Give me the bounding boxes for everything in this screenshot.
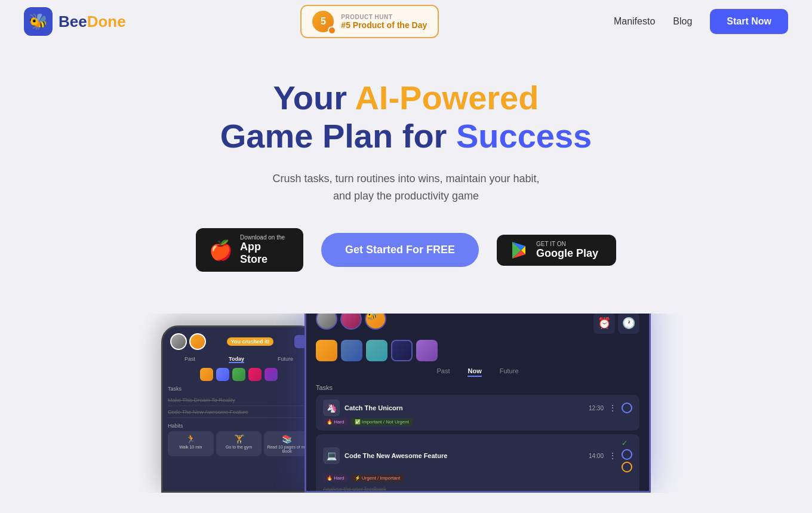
tag-urgent-2: ⚡ Urgent / Important [351,474,404,482]
hero-section: Your AI-Powered Game Plan for Success Cr… [0,43,812,302]
hero-title-line2: Game Plan for Success [12,117,800,155]
avatar-left-1 [170,333,187,350]
logo: 🐝 BeeDone [24,7,126,36]
phone-nav-left: Past Today Future [163,354,315,365]
badge-icon-5 [264,368,278,381]
habit-icon-3: 📚 [267,434,307,444]
habit-card-2: 🏋️ Go to the gym [216,431,262,456]
task-card-1-tags: 🔥 Hard ✅ Important / Not Urgent [323,418,632,426]
product-hunt-badge[interactable]: 5 PRODUCT HUNT #5 Product of the Day [300,5,439,38]
task-row-1: Make This Dream To Reality ✓ [168,394,310,406]
phone-mockup-right: 🐝 Routines ⏰ 🕐 Past Now Future Tasks [304,314,651,493]
avatar-right-1 [316,314,337,330]
tag-hard-1: 🔥 Hard [323,418,348,426]
habit-card-1: 🏃 Walk 10 min [168,431,214,456]
logo-icon: 🐝 [24,7,53,36]
routine-icon-2: 🕐 [618,314,639,334]
hero-title-line1: Your AI-Powered [12,79,800,117]
badge-right-1 [316,340,337,361]
task-card-2-header: 💻 Code The New Awesome Feature 14:00 ⋮ ✓ [323,439,632,472]
cta-row: 🍎 Download on the App Store Get Started … [12,228,800,272]
badge-right-2 [341,340,362,361]
app-store-button[interactable]: 🍎 Download on the App Store [196,228,303,272]
habit-icon-1: 🏃 [171,434,211,444]
routines-section-right: Routines ⏰ 🕐 [593,314,639,334]
badge-icon-3 [232,368,245,381]
task-card-1-dots: ⋮ [608,403,617,413]
routines-icons: ⏰ 🕐 [593,314,639,334]
task-card-2-dots: ⋮ [608,451,617,460]
habit-icon-2: 🏋️ [219,434,259,444]
task-status-2b [622,462,632,472]
logo-text: BeeDone [59,13,126,31]
badge-icons-right [306,337,649,364]
avatar-right-2 [340,314,362,330]
hero-subtitle: Crush tasks, turn routines into wins, ma… [12,170,800,205]
tag-important-1: ✅ Important / Not Urgent [351,418,413,426]
badge-icon-4 [248,368,262,381]
subtask-1: Analyse the user feedback [323,485,632,493]
badge-right-3 [366,340,387,361]
phone-header-right: 🐝 Routines ⏰ 🕐 [306,314,649,337]
nav-manifesto[interactable]: Manifesto [614,16,655,27]
start-now-button[interactable]: Start Now [710,9,788,34]
app-store-text: Download on the App Store [240,234,290,266]
get-started-button[interactable]: Get Started For FREE [321,233,479,267]
google-play-icon [510,241,529,260]
ph-medal-icon [328,26,336,35]
phone-avatars-right: 🐝 [316,314,386,330]
task-card-2-tags: 🔥 Hard ⚡ Urgent / Important [323,474,632,482]
badge-right-shield [391,340,413,361]
routine-icon-1: ⏰ [593,314,615,334]
task-status-1 [622,403,632,413]
task-card-2-icon: 💻 [323,447,340,464]
habit-card-3: 📚 Read 10 pages of my Book [264,431,310,456]
task-card-1: 🦄 Catch The Unicorn 12:30 ⋮ 🔥 Hard ✅ Imp… [316,395,639,431]
product-hunt-rank: 5 [312,11,334,32]
google-play-text: GET IT ON Google Play [536,241,598,260]
task-card-1-icon: 🦄 [323,400,340,416]
product-hunt-text: PRODUCT HUNT #5 Product of the Day [341,14,427,30]
phone-header-left: You crushed it! [163,327,315,354]
tag-hard-2: 🔥 Hard [323,474,348,482]
main-nav: Manifesto Blog Start Now [614,9,788,34]
phone-nav-right: Past Now Future [306,364,649,380]
hero-title: Your AI-Powered Game Plan for Success [12,79,800,156]
avatar-left-2 [189,333,206,350]
badge-icon-1 [200,368,213,381]
subtasks: Analyse the user feedback Code the featu… [323,482,632,493]
phone-icons-row-left [163,365,315,383]
phone-avatars-left [170,333,206,350]
avatar-right-bee: 🐝 [365,314,386,330]
task-card-1-header: 🦄 Catch The Unicorn 12:30 ⋮ [323,400,632,416]
habits-row: 🏃 Walk 10 min 🏋️ Go to the gym 📚 Read 10… [168,431,310,456]
tasks-right: Tasks 🦄 Catch The Unicorn 12:30 ⋮ 🔥 Hard [306,380,649,493]
tasks-section-left: Tasks Make This Dream To Reality ✓ Code … [163,383,315,420]
phone-mockup-left: You crushed it! Past Today Future Tasks … [161,325,316,493]
subtask-check-icon: ✓ [622,439,632,447]
mockup-area: You crushed it! Past Today Future Tasks … [0,314,812,493]
crushed-badge: You crushed it! [227,337,274,346]
badge-right-5 [416,340,438,361]
habits-section-left: Habits 🏃 Walk 10 min 🏋️ Go to the gym 📚 … [163,420,315,459]
nav-blog[interactable]: Blog [673,16,692,27]
apple-icon: 🍎 [209,239,233,262]
task-row-2: Code The New Awesome Feature ✕ [168,406,310,418]
google-play-button[interactable]: GET IT ON Google Play [497,235,616,266]
header: 🐝 BeeDone 5 PRODUCT HUNT #5 Product of t… [0,0,812,43]
badge-icon-2 [216,368,229,381]
task-card-2: 💻 Code The New Awesome Feature 14:00 ⋮ ✓ [316,434,639,493]
task-status-2a [622,449,632,460]
